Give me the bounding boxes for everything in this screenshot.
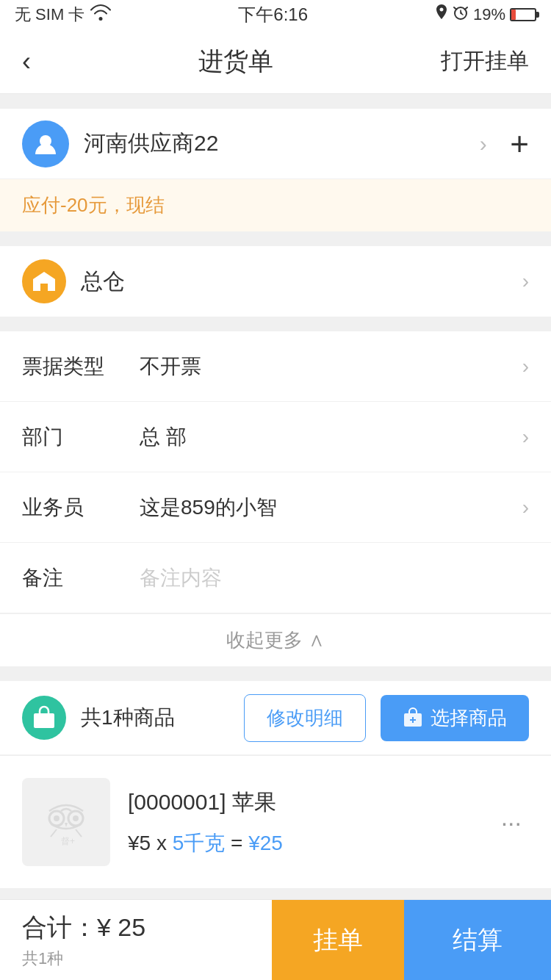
carrier-text: 无 SIM 卡 [15, 4, 84, 26]
product-unit-price: ¥5 [128, 832, 151, 854]
svg-line-13 [76, 829, 82, 837]
payment-info: 应付-20元，现结 [0, 179, 551, 231]
invoice-type-value: 不开票 [125, 353, 522, 381]
wifi-icon [90, 4, 111, 25]
svg-text:督+: 督+ [61, 836, 75, 846]
add-supplier-button[interactable]: + [510, 128, 529, 160]
salesperson-value: 这是859的小智 [125, 494, 522, 522]
bottom-bar: 合计：¥ 25 共1种 挂单 结算 [0, 899, 551, 980]
supplier-name: 河南供应商22 [84, 129, 480, 159]
select-product-label: 选择商品 [431, 705, 507, 731]
remark-row[interactable]: 备注 备注内容 [0, 543, 551, 613]
product-total: ¥25 [248, 832, 283, 854]
product-item: 督+ [0000001] 苹果 ¥5 x 5千克 = ¥25 ··· [0, 756, 551, 888]
total-value: ¥ 25 [97, 913, 145, 941]
alarm-icon [453, 4, 469, 25]
salesperson-row[interactable]: 业务员 这是859的小智 › [0, 472, 551, 543]
remark-input[interactable]: 备注内容 [125, 564, 529, 592]
warehouse-section: 总仓 › [0, 246, 551, 317]
battery-text: 19% [473, 5, 505, 24]
warehouse-arrow-icon: › [522, 270, 529, 293]
department-row[interactable]: 部门 总 部 › [0, 402, 551, 472]
department-value: 总 部 [125, 423, 522, 451]
invoice-type-row[interactable]: 票据类型 不开票 › [0, 331, 551, 402]
collapse-text: 收起更多 ∧ [226, 627, 324, 653]
status-left: 无 SIM 卡 [15, 4, 111, 26]
checkout-button[interactable]: 结算 [404, 900, 551, 980]
invoice-type-label: 票据类型 [22, 353, 125, 381]
warehouse-icon [22, 259, 66, 303]
select-product-button[interactable]: 选择商品 [381, 695, 529, 741]
collapse-bar[interactable]: 收起更多 ∧ [0, 613, 551, 666]
svg-marker-11 [65, 823, 68, 827]
gap3 [0, 317, 551, 331]
status-time: 下午6:16 [238, 3, 308, 26]
svg-line-12 [51, 829, 57, 837]
total-count: 共1种 [22, 948, 250, 970]
page-title: 进货单 [198, 45, 273, 79]
status-bar: 无 SIM 卡 下午6:16 19% [0, 0, 551, 29]
product-name: [0000001] 苹果 [128, 788, 494, 818]
department-arrow-icon: › [522, 425, 529, 449]
product-equal: = [231, 832, 242, 854]
product-count: 共1种商品 [81, 704, 244, 732]
owl-logo: 督+ [37, 793, 96, 851]
back-button[interactable]: ‹ [22, 46, 31, 77]
warehouse-row[interactable]: 总仓 › [0, 246, 551, 317]
svg-point-9 [54, 815, 60, 821]
product-thumbnail: 督+ [22, 778, 110, 866]
nav-bar: ‹ 进货单 打开挂单 [0, 29, 551, 94]
total-amount: 合计：¥ 25 [22, 911, 250, 945]
battery-icon [510, 8, 536, 21]
modify-detail-button[interactable]: 修改明细 [244, 694, 366, 742]
form-section: 票据类型 不开票 › 部门 总 部 › 业务员 这是859的小智 › 备注 备注… [0, 331, 551, 666]
hang-button[interactable]: 挂单 [272, 900, 404, 980]
product-qty: 5千克 [173, 832, 226, 854]
svg-point-10 [73, 815, 79, 821]
product-code: [0000001] [128, 790, 226, 814]
salesperson-arrow-icon: › [522, 496, 529, 519]
product-price-row: ¥5 x 5千克 = ¥25 [128, 829, 494, 857]
total-label: 合计： [22, 913, 97, 941]
svg-rect-2 [40, 284, 48, 291]
svg-rect-3 [34, 713, 54, 728]
status-right: 19% [435, 4, 536, 25]
department-label: 部门 [22, 423, 125, 451]
invoice-type-arrow-icon: › [522, 355, 529, 378]
product-more-button[interactable]: ··· [494, 801, 529, 844]
supplier-section: 河南供应商22 › + 应付-20元，现结 [0, 109, 551, 231]
supplier-row[interactable]: 河南供应商22 › + [0, 109, 551, 179]
total-section: 合计：¥ 25 共1种 [0, 900, 272, 980]
product-header-icon [22, 696, 66, 740]
location-icon [435, 4, 448, 25]
salesperson-label: 业务员 [22, 494, 125, 522]
product-info: [0000001] 苹果 ¥5 x 5千克 = ¥25 [128, 788, 494, 857]
product-title: 苹果 [232, 790, 276, 814]
remark-label: 备注 [22, 564, 125, 592]
product-multiply: x [156, 832, 167, 854]
gap2 [0, 231, 551, 246]
supplier-avatar [22, 120, 69, 167]
open-hang-button[interactable]: 打开挂单 [441, 46, 529, 76]
warehouse-name: 总仓 [81, 267, 522, 297]
gap1 [0, 94, 551, 109]
product-header: 共1种商品 修改明细 选择商品 [0, 681, 551, 754]
supplier-arrow-icon: › [480, 131, 487, 156]
